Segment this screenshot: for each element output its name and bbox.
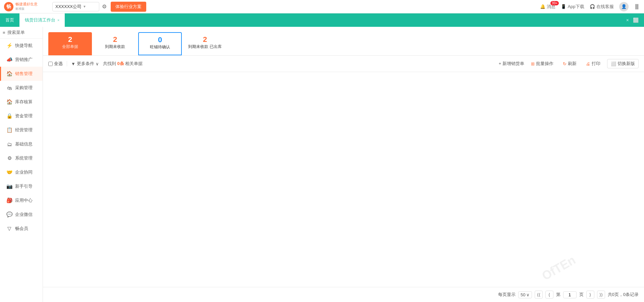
sidebar-item-operation[interactable]: 📋 经营管理	[0, 123, 43, 137]
stat-overdue-label: 到期未收款	[105, 44, 125, 49]
filter-icon: ▼	[71, 61, 75, 66]
prev-page-btn[interactable]: ⟨	[545, 291, 553, 299]
messages-badge: 99+	[550, 1, 559, 5]
stat-tab-shipped[interactable]: 2 到期未收款 已出库	[183, 32, 227, 55]
inventory-icon: 🏠	[6, 99, 12, 105]
stat-tab-all[interactable]: 2 全部单据	[48, 32, 92, 55]
sidebar-item-wechat[interactable]: 💬 企业微信	[0, 207, 43, 222]
toolbar-right: + 新增销货单 ⊞ 批量操作 ↻ 刷新 🖨 打印 ⬜ 切换新版	[499, 59, 639, 68]
page-number-input[interactable]	[563, 291, 577, 298]
tab-close-icon[interactable]: ×	[57, 18, 59, 22]
tab-maximize-btn[interactable]: ⬜	[633, 17, 639, 23]
settings-icon[interactable]: ⚙	[102, 3, 107, 10]
search-icon: ≡	[3, 30, 5, 35]
sidebar-item-enterprise[interactable]: 🤝 企业协同	[0, 165, 43, 179]
stat-wangpu-number: 0	[143, 36, 177, 44]
found-count: 0条	[117, 61, 124, 66]
stat-shipped-number: 2	[187, 35, 222, 44]
stat-tab-overdue[interactable]: 2 到期未收款	[93, 32, 137, 55]
stats-tabs: 2 全部单据 2 到期未收款 0 旺铺待确认 2 到期未收款 已出库	[43, 27, 644, 56]
top-bar: 畅 畅捷通好生意 标准版 XXXXXX公司 ▼ ⚙ 体验行业方案 🔔 消息 99…	[0, 0, 644, 13]
stat-overdue-number: 2	[98, 35, 132, 44]
marketing-icon: 📣	[6, 57, 12, 63]
found-text: 共找到 0条 相关单据	[103, 61, 143, 67]
filter-btn[interactable]: ▼ 更多条件 ∨	[71, 61, 99, 67]
sidebar-item-guide[interactable]: 📷 新手引导	[0, 179, 43, 193]
total-label: 共0页，0条记录	[608, 292, 639, 298]
new-sale-btn[interactable]: + 新增销货单	[499, 61, 524, 67]
sidebar-item-app-center[interactable]: 🎒 应用中心	[0, 193, 43, 207]
next-page-btn[interactable]: ⟩	[586, 291, 594, 299]
select-all-checkbox[interactable]: 全选	[48, 61, 63, 67]
purchase-icon: 🛍	[6, 85, 12, 91]
table-area	[43, 72, 644, 287]
company-name: XXXXXX公司	[55, 4, 82, 10]
shortcuts-icon: ⚡	[6, 43, 12, 49]
online-service-btn[interactable]: 🎧 在线客服	[590, 4, 614, 10]
company-selector[interactable]: XXXXXX公司 ▼	[52, 2, 99, 11]
toolbar: 全选 ▼ 更多条件 ∨ 共找到 0条 相关单据 + 新增销货单 ⊞ 批量操作	[43, 56, 644, 72]
experience-btn[interactable]: 体验行业方案	[111, 2, 146, 12]
enterprise-icon: 🤝	[6, 169, 12, 175]
sidebar-item-purchase[interactable]: 🛍 采购管理	[0, 81, 43, 95]
refresh-icon: ↻	[563, 61, 567, 66]
user-name[interactable]: ▐▌	[634, 4, 640, 9]
stat-tab-wangpu[interactable]: 0 旺铺待确认	[138, 32, 182, 55]
phone-icon: 📱	[561, 4, 566, 9]
stat-all-label: 全部单据	[62, 44, 78, 49]
switch-version-btn[interactable]: ⬜ 切换新版	[607, 59, 639, 68]
member-icon: ▽	[6, 226, 12, 232]
filter-chevron-icon: ∨	[96, 61, 99, 66]
content-area: 2 全部单据 2 到期未收款 0 旺铺待确认 2 到期未收款 已出库 全选	[43, 27, 644, 302]
headset-icon: 🎧	[590, 4, 595, 9]
operation-icon: 📋	[6, 127, 12, 133]
user-icon: 👤	[621, 4, 627, 9]
logo-text: 畅捷通好生意	[15, 2, 38, 6]
divider	[67, 61, 67, 66]
pagination: 每页显示 50 ∨ ⟨⟨ ⟨ 第 页 ⟩ ⟩⟩ 共0页，0条记录	[43, 287, 644, 302]
bell-icon: 🔔	[540, 4, 545, 9]
stat-all-number: 2	[53, 35, 88, 44]
sidebar-item-finance[interactable]: 🔒 资金管理	[0, 109, 43, 123]
print-btn[interactable]: 🖨 打印	[583, 59, 603, 68]
tab-minimize-btn[interactable]: ×	[626, 17, 629, 23]
sales-icon: 🏠	[6, 71, 12, 77]
system-icon: ⚙	[6, 155, 12, 161]
switch-icon: ⬜	[611, 61, 616, 66]
logo-area: 畅 畅捷通好生意 标准版	[4, 2, 47, 11]
basic-info-icon: 🗂	[6, 141, 12, 147]
app-download-btn[interactable]: 📱 App下载	[561, 4, 584, 10]
stat-shipped-label: 到期未收款 已出库	[188, 44, 221, 49]
sidebar-item-member[interactable]: ▽ 畅会员	[0, 222, 43, 236]
sidebar-item-system[interactable]: ⚙ 系统管理	[0, 151, 43, 165]
guide-icon: 📷	[6, 183, 12, 189]
batch-btn[interactable]: ⊞ 批量操作	[528, 59, 556, 68]
finance-icon: 🔒	[6, 113, 12, 119]
sidebar-item-marketing[interactable]: 📣 营销推广	[0, 53, 43, 67]
select-all-input[interactable]	[48, 62, 53, 66]
stat-wangpu-label: 旺铺待确认	[150, 45, 170, 49]
sidebar-item-sales[interactable]: 🏠 销售管理	[0, 67, 43, 81]
tab-active[interactable]: 钱货日清工作台 ×	[19, 13, 65, 27]
page-size-arrow-icon: ∨	[526, 292, 530, 297]
logo-sub: 标准版	[15, 7, 38, 11]
sidebar-item-shortcuts[interactable]: ⚡ 快捷导航	[0, 39, 43, 53]
tab-home[interactable]: 首页	[0, 13, 19, 27]
logo-icon: 畅	[4, 2, 13, 11]
sidebar-item-inventory[interactable]: 🏠 库存核算	[0, 95, 43, 109]
messages-btn[interactable]: 🔔 消息 99+	[540, 4, 555, 10]
page-size-select[interactable]: 50 ∨	[518, 291, 532, 298]
last-page-btn[interactable]: ⟩⟩	[597, 291, 605, 299]
tab-nav: 首页 钱货日清工作台 × × ⬜	[0, 13, 644, 27]
print-icon: 🖨	[586, 61, 590, 66]
dropdown-arrow-icon: ▼	[83, 5, 86, 8]
sidebar-item-basic-info[interactable]: 🗂 基础信息	[0, 137, 43, 151]
wechat-icon: 💬	[6, 212, 12, 218]
top-right: 🔔 消息 99+ 📱 App下载 🎧 在线客服 👤 ▐▌	[540, 2, 640, 11]
sidebar-search[interactable]: ≡ 搜索菜单	[0, 27, 43, 39]
sidebar: ≡ 搜索菜单 ⚡ 快捷导航 📣 营销推广 🏠 销售管理 🛍 采购管理 🏠 库存核…	[0, 27, 43, 302]
refresh-btn[interactable]: ↻ 刷新	[560, 59, 579, 68]
batch-icon: ⊞	[531, 61, 535, 66]
first-page-btn[interactable]: ⟨⟨	[535, 291, 543, 299]
avatar[interactable]: 👤	[619, 2, 629, 11]
